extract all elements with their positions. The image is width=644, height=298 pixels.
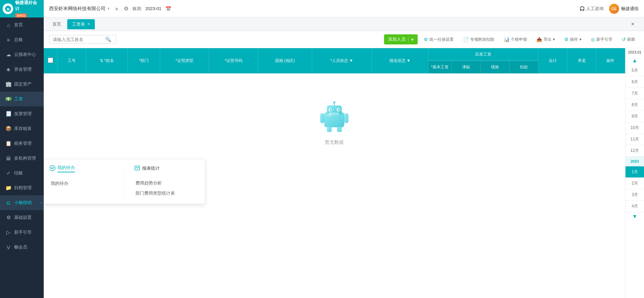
popup-section-todolist-label: 我的待办: [58, 165, 75, 172]
add-person-dropdown-arrow[interactable]: ▾: [408, 37, 414, 42]
tab-salary-close[interactable]: ✕: [87, 22, 90, 26]
svg-text:畅: 畅: [7, 8, 9, 11]
popup-link-dept-expense-stats[interactable]: 部门费用类型统计表: [134, 188, 200, 198]
company-selector[interactable]: 西安虾米网络科技有限公司 ▾: [49, 6, 110, 12]
sidebar-item-fund[interactable]: ◈ 资金管理: [0, 62, 44, 77]
fund-icon: ◈: [5, 66, 11, 72]
sidebar-nav: ⌂ 首页 ≡ 总账 ☁ 云报表中心 ◈ 资金管理 🏢 固定资产 💵 工资 🧾 发…: [0, 18, 44, 298]
refresh-icon: ↺: [622, 37, 626, 42]
dropdown-popup: 我的待办 我的待办 报表统计 费用趋势分析 部门费用类型统计表: [44, 159, 205, 204]
month-nav-down[interactable]: ▼: [626, 212, 644, 221]
popup-link-expense-trend[interactable]: 费用趋势分析: [134, 178, 200, 188]
salary-icon: 💵: [5, 96, 11, 102]
sidebar-item-invoice-label: 发票管理: [14, 111, 32, 117]
multi-org-icon: 🏛: [5, 156, 11, 161]
close-all-button[interactable]: ✕: [626, 20, 640, 29]
th-name-sort[interactable]: ⇅: [100, 58, 103, 63]
special-deduction-label: 专项附加扣除: [470, 37, 494, 42]
sidebar-item-settle[interactable]: ✓ 结账: [0, 166, 44, 180]
tax-report-button[interactable]: 📊 个税申报: [500, 35, 530, 44]
person-status-filter-icon[interactable]: ▼: [349, 58, 353, 63]
special-deduction-button[interactable]: 📄 专项附加扣除: [460, 35, 498, 44]
content-toolbar: 🔍 添加人员 ▾ ⚙ 统一社保设置 📄 专项附加扣除 📊 个税申报: [44, 31, 644, 48]
company-dropdown-arrow: ▾: [108, 6, 110, 11]
settle-icon: ✓: [5, 170, 11, 176]
tab-salary[interactable]: 工资表 ✕: [67, 19, 95, 29]
month-item-3[interactable]: 3月: [626, 189, 644, 201]
content-area: 🔍 添加人员 ▾ ⚙ 统一社保设置 📄 专项附加扣除 📊 个税申报: [44, 31, 644, 298]
period-value: 2023-01: [145, 6, 161, 11]
select-all-checkbox[interactable]: [48, 58, 53, 63]
tab-home[interactable]: 首页: [48, 19, 66, 29]
headset-icon: 🎧: [579, 6, 585, 11]
new-guide-btn-icon: ◎: [591, 37, 595, 42]
sidebar-item-archive-label: 归档管理: [14, 185, 32, 191]
report-status-filter-icon[interactable]: ▼: [407, 58, 411, 63]
logo-icon: 畅: [3, 3, 13, 14]
settings-button[interactable]: ⚙: [124, 5, 128, 12]
sidebar-item-archive[interactable]: 📁 归档管理: [0, 180, 44, 195]
social-security-button[interactable]: ⚙ 统一社保设置: [420, 35, 457, 44]
user-info[interactable]: CE 畅捷通组: [609, 4, 639, 14]
svg-point-10: [333, 101, 335, 103]
month-item-11[interactable]: 11月: [626, 134, 644, 145]
svg-rect-13: [327, 127, 332, 132]
logo-title: 畅捷通好会计: [15, 0, 41, 12]
sidebar-item-fixed-assets[interactable]: 🏢 固定资产: [0, 77, 44, 92]
add-person-button[interactable]: 添加人员 ▾: [384, 34, 418, 44]
month-item-1-active[interactable]: 1月: [626, 166, 644, 178]
th-person-status: *人员状态 ▼: [312, 48, 372, 73]
service-button[interactable]: 🎧 人工咨询: [579, 6, 604, 12]
sidebar-item-fund-label: 资金管理: [14, 66, 32, 72]
month-item-10[interactable]: 10月: [626, 122, 644, 134]
add-company-button[interactable]: ＋: [114, 5, 120, 13]
empty-text: 暂无数据: [325, 139, 344, 145]
sidebar-item-invoice[interactable]: 🧾 发票管理: [0, 106, 44, 121]
popup-section-reports: 报表统计 费用趋势分析 部门费用类型统计表: [134, 165, 200, 198]
sidebar-item-ledger[interactable]: ≡ 总账: [0, 32, 44, 47]
month-nav-up[interactable]: ▲: [626, 56, 644, 65]
topbar-right: 🎧 人工咨询 CE 畅捷通组: [579, 4, 639, 14]
checkbox-header[interactable]: [44, 48, 57, 73]
search-input[interactable]: [53, 37, 103, 42]
sidebar-item-salary[interactable]: 💵 工资: [0, 92, 44, 106]
month-item-4[interactable]: 4月: [626, 201, 644, 212]
th-base-salary: *基本工资: [428, 61, 452, 74]
refresh-button[interactable]: ↺ 刷新: [618, 35, 639, 44]
month-item-8[interactable]: 8月: [626, 99, 644, 111]
export-label: 导出: [543, 37, 552, 42]
new-guide-button[interactable]: ◎ 新手引导: [588, 35, 616, 44]
sidebar-item-ledger-label: 总账: [14, 37, 23, 43]
export-button[interactable]: 📤 导出 ▾: [533, 35, 558, 44]
th-report-status: 报送状态 ▼: [372, 48, 428, 73]
expense-icon: G: [5, 200, 11, 206]
sidebar: 畅 畅捷通好会计 旗舰版 ⌂ 首页 ≡ 总账 ☁ 云报表中心 ◈ 资金管理 🏢 …: [0, 0, 44, 298]
th-performance: 绩效: [481, 61, 509, 74]
month-item-7[interactable]: 7月: [626, 88, 644, 99]
month-item-2[interactable]: 2月: [626, 178, 644, 189]
month-item-9[interactable]: 9月: [626, 111, 644, 122]
sidebar-item-member[interactable]: V 畅会员: [0, 240, 44, 255]
cloud-icon: ☁: [5, 52, 11, 58]
operation-button[interactable]: ⚙ 操作 ▾: [561, 35, 585, 44]
sidebar-item-cloud-report[interactable]: ☁ 云报表中心: [0, 47, 44, 62]
calendar-icon[interactable]: 📅: [165, 6, 171, 11]
popup-link-my-todolist[interactable]: 我的待办: [49, 178, 115, 189]
sidebar-item-tax[interactable]: 📋 税务管理: [0, 136, 44, 151]
add-person-label: 添加人员: [388, 36, 406, 42]
tabbar: 首页 工资表 ✕ ✕: [44, 18, 644, 31]
search-box[interactable]: 🔍: [49, 35, 116, 44]
sidebar-item-basic-settings[interactable]: ⚙ 基础设置: [0, 210, 44, 225]
month-item-5[interactable]: 5月: [626, 65, 644, 76]
ledger-icon: ≡: [5, 37, 11, 43]
month-item-6[interactable]: 6月: [626, 76, 644, 88]
svg-rect-11: [320, 113, 324, 123]
sidebar-item-new-guide[interactable]: ▷ 新手引导: [0, 225, 44, 240]
popup-section-reports-label: 报表统计: [142, 165, 160, 171]
sidebar-item-inventory[interactable]: 📦 库存核算: [0, 121, 44, 136]
month-item-12[interactable]: 12月: [626, 145, 644, 157]
year-2023-label: 2023: [626, 157, 644, 166]
sidebar-item-home[interactable]: ⌂ 首页: [0, 18, 44, 32]
sidebar-item-multi-org[interactable]: 🏛 多机构管理: [0, 151, 44, 166]
sidebar-item-expense[interactable]: G 小畅报销 ‹: [0, 195, 44, 210]
